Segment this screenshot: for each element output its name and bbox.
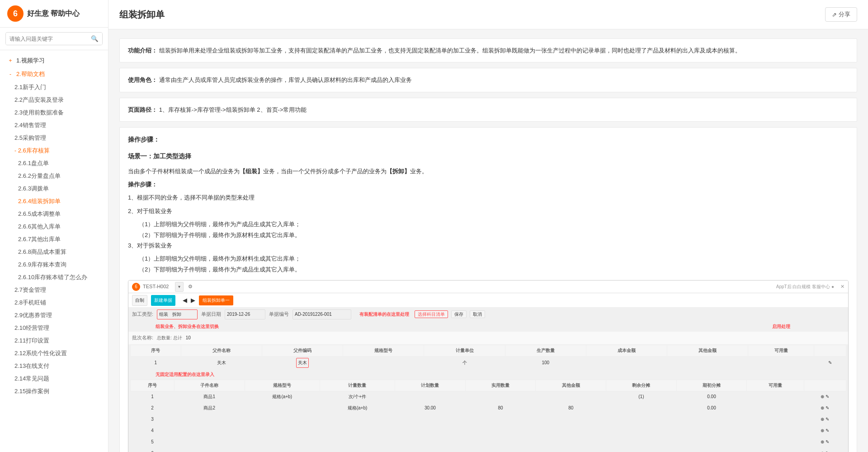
sidebar-item-cases[interactable]: 2.15操作案例 [0, 385, 108, 398]
step3: 3、对于拆装业务 [128, 240, 849, 251]
sidebar-item-mobile[interactable]: 2.8手机旺铺 [0, 296, 108, 309]
sidebar-item-268[interactable]: 2.6.8商品成本重算 [0, 246, 108, 258]
th-qty: 生产数量 [505, 345, 586, 356]
cell-unit: 个 [424, 356, 505, 369]
sidebar-item-265[interactable]: 2.6.5成本调整单 [0, 208, 108, 220]
mock-annotation-row: 组装业务、拆卸业务在这里切换 启用处理 [128, 322, 848, 332]
sidebar-item-data[interactable]: 2.3使用前数据准备 [0, 106, 108, 119]
cell-avail [748, 356, 814, 369]
table-row: 2 商品2 规格(a+b) 30.00 80 80 0.00 ⊕ ✎ [131, 402, 846, 414]
th-parent-name: 父件名称 [181, 345, 262, 356]
table-row: 6⊕ ✎ [131, 447, 846, 452]
th-op [814, 345, 846, 356]
mock-date-label: 单据日期 [201, 310, 221, 319]
th2-actual: 实用数量 [465, 380, 536, 391]
sidebar-item-faq[interactable]: 2.14常见问题 [0, 372, 108, 385]
cell-parent-name: 关木 [181, 356, 262, 369]
sidebar-item-print[interactable]: 2.11打印设置 [0, 334, 108, 347]
th-other: 其他金额 [667, 345, 748, 356]
th-unit: 计量单位 [424, 345, 505, 356]
sidebar-item-online[interactable]: 2.13在线支付 [0, 360, 108, 372]
mock-nav-next: ▶ [191, 295, 195, 305]
sidebar-item-newbie[interactable]: 2.1新手入门 [0, 81, 108, 94]
step3-sub2: （2）下部明细为子件明细，最终作为产成品生成其它入库单。 [139, 264, 849, 275]
sidebar-item-purchase[interactable]: 2.5采购管理 [0, 132, 108, 144]
mock-dropdown: ▾ [175, 282, 184, 292]
sidebar-item-coupon[interactable]: 2.9优惠券管理 [0, 309, 108, 322]
table-row: 1 关木 关木 个 100 ✎ [131, 356, 846, 369]
mock-app-bar: AppT后 白白规模 客服中心 ● [776, 283, 834, 291]
expand-icon-video: + [7, 57, 14, 64]
cell-action: ✎ [814, 356, 846, 369]
sidebar-item-help[interactable]: - 2.帮助文档 [0, 67, 108, 81]
sidebar-item-finance[interactable]: 2.7资金管理 [0, 284, 108, 296]
sidebar-item-system[interactable]: 2.12系统个性化设置 [0, 347, 108, 360]
sidebar-item-262[interactable]: 2.6.2分量盘点单 [0, 170, 108, 182]
keyword-asm: 【组装】 [240, 168, 263, 175]
mock-date-val: 2019-12-26 [225, 309, 265, 319]
mock-table1: 序号 父件名称 父件编码 规格型号 计量单位 生产数量 成本金额 其他金额 可用… [130, 345, 846, 370]
table-row: 4⊕ ✎ [131, 425, 846, 436]
mock-logo: 6 [132, 283, 140, 291]
sidebar-item-266[interactable]: 2.6.6其他入库单 [0, 220, 108, 233]
mock-batch-label: 批次名称: [132, 333, 153, 343]
mock-close-icon: ✕ [840, 282, 844, 291]
main-header: 组装拆卸单 ⇗ 分享 [108, 0, 868, 29]
table-row: 5⊕ ✎ [131, 436, 846, 447]
logo-area: 6 好生意 帮助中心 [0, 0, 108, 28]
sidebar-item-264[interactable]: 2.6.4组装拆卸单 [0, 195, 108, 208]
mock-action-btn: 选择科目清单 保存 取消 [415, 310, 485, 319]
annotation4: 无固定适用配置的在这里录入 [156, 372, 214, 377]
sidebar-item-sales[interactable]: 2.4销售管理 [0, 119, 108, 132]
mock-btn-list: 组装拆卸单一 [199, 295, 233, 305]
th2-avail: 可用量 [747, 380, 804, 391]
table-row: 1 商品1 规格(a+b) 次/个+件 (1) 0.00 ⊕ ✎ [131, 391, 846, 402]
expand-icon-stock: - [14, 147, 16, 154]
search-box: 🔍 [5, 32, 103, 45]
content-area: 功能介绍： 组装拆卸单用来处理企业组装或拆卸等加工业务，支持有固定装配清单的产品… [108, 29, 868, 452]
cell-other [667, 356, 748, 369]
mock-type-dis: 拆卸 [172, 312, 181, 317]
scenario1-title: 场景一：加工类型选择 [128, 151, 849, 162]
step3-subs: （1）上部明细为父件明细，最终作为原材料生成其它出库单； （2）下部明细为子件明… [128, 253, 849, 275]
share-icon: ⇗ [832, 11, 837, 18]
sidebar-item-261[interactable]: 2.6.1盘点单 [0, 157, 108, 170]
mock-form-row2: 批次名称: 总数量: 总计 10 [128, 332, 848, 345]
sidebar-item-install[interactable]: 2.2产品安装及登录 [0, 94, 108, 106]
mock-form-row1: 加工类型: 组装 拆卸 单据日期 2019-12-26 单据编号 AD-2019… [128, 308, 848, 322]
cell-prod-qty: 100 [505, 356, 586, 369]
expand-icon-help: - [7, 71, 14, 77]
th2-meas: 计量数量 [320, 380, 395, 391]
th2-other: 其他金额 [536, 380, 606, 391]
mock-type-selector: 组装 拆卸 [157, 309, 198, 319]
path-block: 页面路径： 1、库存核算->库存管理->组装拆卸单 2、首页->常用功能 [119, 98, 857, 122]
step3-sub1: （1）上部明细为父件明细，最终作为原材料生成其它出库单； [139, 253, 849, 264]
mock-nav-prev: ◀ [183, 295, 187, 305]
annotation1: 有装配清单的在这里处理 [359, 310, 409, 319]
nav-tree: + 1.视频学习 - 2.帮助文档 2.1新手入门 2.2产品安装及登录 2.3… [0, 50, 108, 452]
step1: 1、根据不同的业务，选择不同单据的类型来处理 [128, 192, 849, 203]
search-button[interactable]: 🔍 [87, 33, 102, 45]
sidebar-item-stock[interactable]: - 2.6库存核算 [0, 144, 108, 157]
sidebar-item-269[interactable]: 2.6.9库存账本查询 [0, 258, 108, 271]
stock-sub-items: 2.6.1盘点单 2.6.2分量盘点单 2.6.3调拨单 2.6.4组装拆卸单 … [0, 157, 108, 284]
intro-block: 功能介绍： 组装拆卸单用来处理企业组装或拆卸等加工业务，支持有固定装配清单的产品… [119, 38, 857, 62]
th-seq: 序号 [131, 345, 181, 356]
th2-op [804, 380, 846, 391]
sidebar-item-video[interactable]: + 1.视频学习 [0, 54, 108, 67]
search-input[interactable] [6, 33, 87, 45]
sidebar-item-263[interactable]: 2.6.3调拨单 [0, 182, 108, 195]
mock-save-btn: 保存 [451, 310, 467, 318]
cell-parent-code: 关木 [262, 356, 343, 369]
sidebar-item-2610[interactable]: 2.6.10库存账本错了怎么办 [0, 271, 108, 284]
annotation2: 组装业务、拆卸业务在这里切换 [156, 323, 219, 331]
mock-table2-wrapper: 序号 子件名称 规格型号 计量数量 计划数量 实用数量 其他金额 剩余分摊 期初… [128, 380, 848, 452]
th2-seq: 序号 [131, 380, 175, 391]
sidebar-item-267[interactable]: 2.6.7其他出库单 [0, 233, 108, 246]
mock-annotation4-row: 无固定适用配置的在这里录入 [128, 370, 848, 380]
logo-icon: 6 [7, 5, 24, 22]
steps-block: 操作步骤： 场景一：加工类型选择 当由多个子件材料组装成一个成品的业务为【组装】… [119, 127, 857, 452]
share-button[interactable]: ⇗ 分享 [825, 7, 857, 22]
sidebar-item-ops[interactable]: 2.10经营管理 [0, 322, 108, 334]
mock-code-val: AD-20191226-001 [292, 309, 351, 319]
